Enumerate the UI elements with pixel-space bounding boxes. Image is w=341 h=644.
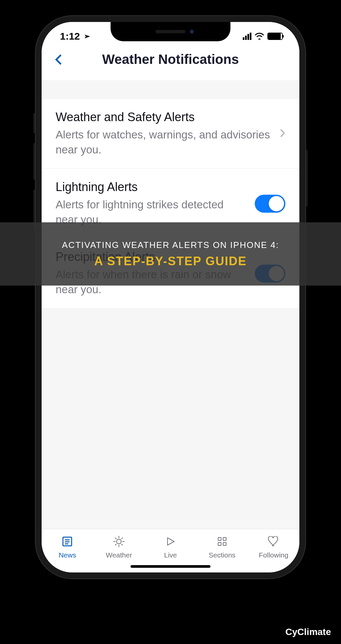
page-title: Weather Notifications: [52, 52, 289, 67]
watermark: CyClimate: [285, 627, 331, 637]
phone-notch: [111, 22, 230, 41]
lightning-alerts-toggle[interactable]: [255, 195, 285, 213]
home-indicator[interactable]: [131, 565, 210, 568]
setting-title: Weather and Safety Alerts: [56, 110, 273, 124]
sun-icon: [113, 535, 125, 548]
grid-icon: [217, 535, 227, 548]
setting-title: Lightning Alerts: [56, 180, 248, 194]
tab-following[interactable]: Following: [248, 535, 299, 559]
section-spacer: [42, 80, 299, 99]
svg-line-9: [115, 538, 116, 539]
location-services-icon: [80, 31, 92, 43]
phone-power-button: [305, 150, 308, 206]
svg-rect-16: [218, 542, 221, 545]
tab-label: News: [59, 551, 76, 559]
chevron-right-icon: [279, 128, 285, 139]
phone-frame: 1:12 Weather Notifications: [36, 16, 305, 578]
play-icon: [165, 535, 176, 548]
svg-point-4: [117, 539, 121, 544]
phone-screen: 1:12 Weather Notifications: [42, 22, 299, 572]
tab-news[interactable]: News: [42, 535, 93, 559]
tab-label: Sections: [209, 551, 236, 559]
wifi-icon: [255, 31, 264, 42]
svg-line-12: [122, 538, 123, 539]
setting-text: Lightning Alerts Alerts for lightning st…: [56, 180, 248, 227]
tab-label: Live: [164, 551, 177, 559]
heart-icon: [268, 535, 280, 548]
battery-icon: [267, 33, 283, 40]
tab-live[interactable]: Live: [145, 535, 196, 559]
status-left: 1:12: [60, 31, 89, 42]
svg-line-10: [122, 544, 123, 545]
page-header: Weather Notifications: [42, 45, 299, 80]
setting-weather-safety-alerts[interactable]: Weather and Safety Alerts Alerts for wat…: [42, 99, 299, 169]
svg-rect-15: [223, 537, 226, 540]
article-title-overlay: ACTIVATING WEATHER ALERTS ON IPHONE 4: A…: [0, 222, 341, 286]
status-time: 1:12: [60, 31, 80, 42]
svg-rect-14: [218, 537, 221, 540]
setting-text: Weather and Safety Alerts Alerts for wat…: [56, 110, 273, 157]
tab-sections[interactable]: Sections: [196, 535, 248, 559]
svg-rect-17: [223, 542, 226, 545]
overlay-title-line1: ACTIVATING WEATHER ALERTS ON IPHONE 4:: [62, 240, 279, 250]
status-right: [243, 31, 283, 42]
tab-label: Following: [259, 551, 288, 559]
setting-description: Alerts for watches, warnings, and adviso…: [56, 127, 273, 157]
cellular-signal-icon: [243, 33, 251, 40]
svg-marker-13: [168, 538, 174, 545]
tab-label: Weather: [106, 551, 132, 559]
toggle-knob: [269, 196, 284, 211]
news-icon: [62, 535, 73, 548]
tab-weather[interactable]: Weather: [93, 535, 145, 559]
overlay-title-line2: A STEP-BY-STEP GUIDE: [94, 254, 247, 268]
svg-line-11: [115, 544, 116, 545]
